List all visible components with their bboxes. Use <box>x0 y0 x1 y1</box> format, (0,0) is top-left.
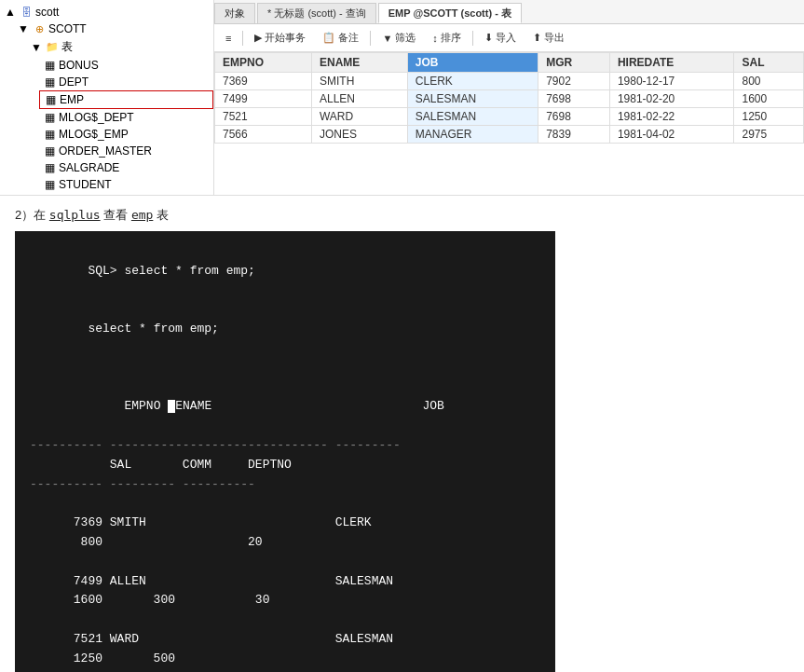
col-header-JOB[interactable]: JOB <box>407 53 538 73</box>
terminal-record2-line2: 1600 300 30 <box>30 591 540 610</box>
table-cell-EMPNO: 7369 <box>215 73 312 90</box>
table-cell-SAL: 800 <box>734 73 804 90</box>
sidebar-item-SCOTT[interactable]: ▼ ⊕ SCOTT <box>13 21 213 37</box>
begin-tx-button[interactable]: ▶ 开始事务 <box>249 29 311 47</box>
sidebar-item-ORDER_MASTER[interactable]: ▦ ORDER_MASTER <box>39 143 213 159</box>
table-row[interactable]: 7369SMITHCLERK79021980-12-17800 <box>215 73 804 90</box>
import-icon: ⬇ <box>484 32 493 44</box>
top-section: ▲ 🗄 scott ▼ ⊕ SCOTT ▼ 📁 表 ▦ BONUS <box>0 0 804 196</box>
table-icon: ▦ <box>43 161 56 174</box>
terminal-divider2: ---------- --------- ---------- <box>30 475 540 495</box>
filter-label: 筛选 <box>395 31 416 45</box>
table-cell-HIREDATE: 1981-02-20 <box>609 90 734 108</box>
export-button[interactable]: ⬆ 导出 <box>527 29 570 47</box>
sidebar-item-EMP[interactable]: ▦ EMP <box>39 90 213 109</box>
table-icon: ▦ <box>43 75 56 89</box>
sidebar-item-DEPT[interactable]: ▦ DEPT <box>39 74 213 90</box>
notes-button[interactable]: 📋 备注 <box>317 29 364 47</box>
sidebar-item-STUDENT[interactable]: ▦ STUDENT <box>39 176 213 193</box>
sidebar-item-tables-folder[interactable]: ▼ 📁 表 <box>26 37 213 57</box>
sidebar-item-label: DEPT <box>59 75 89 89</box>
table-cell-EMPNO: 7566 <box>215 126 312 144</box>
terminal-blank <box>30 359 540 378</box>
terminal: SQL> select * from emp; select * from em… <box>15 231 555 672</box>
table-cell-SAL: 1250 <box>734 108 804 126</box>
data-table-container[interactable]: EMPNO ENAME JOB MGR HIREDATE SAL 7369SMI… <box>214 52 804 195</box>
toolbar-separator <box>370 31 371 46</box>
col-header-ENAME[interactable]: ENAME <box>311 53 407 73</box>
terminal-record3-line1: 7521 WARD SALESMAN <box>30 630 540 650</box>
filter-button[interactable]: ▼ 筛选 <box>376 29 421 47</box>
terminal-header-row2: SAL COMM DEPTNO <box>30 456 540 475</box>
terminal-blank4 <box>30 610 540 630</box>
table-row[interactable]: 7499ALLENSALESMAN76981981-02-201600 <box>215 90 804 108</box>
tab-emp[interactable]: EMP @SCOTT (scott) - 表 <box>378 3 522 23</box>
bottom-section: 2）在 sqlplus 查看 emp 表 SQL> select * from … <box>0 196 804 672</box>
schema-icon: ⊕ <box>33 22 46 35</box>
tab-object[interactable]: 对象 <box>214 3 255 23</box>
export-icon: ⬆ <box>533 32 541 44</box>
col-header-HIREDATE[interactable]: HIREDATE <box>609 53 734 73</box>
main-content: 对象 * 无标题 (scott) - 查询 EMP @SCOTT (scott)… <box>214 0 804 195</box>
table-cell-JOB: SALESMAN <box>407 90 538 108</box>
table-cell-MGR: 7839 <box>538 126 610 144</box>
terminal-line-cmd2: select * from emp; <box>30 300 540 358</box>
notes-icon: 📋 <box>322 32 335 44</box>
table-cell-HIREDATE: 1981-04-02 <box>609 126 734 144</box>
begin-tx-icon: ▶ <box>254 32 262 44</box>
toolbar-separator <box>472 31 473 46</box>
table-icon: ▦ <box>43 144 56 158</box>
table-row[interactable]: 7566JONESMANAGER78391981-04-022975 <box>215 126 804 144</box>
sidebar-item-label: EMP <box>60 93 84 106</box>
sidebar-item-label: SCOTT <box>48 22 87 35</box>
filter-icon: ▼ <box>382 33 392 44</box>
tab-query[interactable]: * 无标题 (scott) - 查询 <box>257 3 376 23</box>
table-cell-EMPNO: 7521 <box>215 108 312 126</box>
hamburger-button[interactable]: ≡ <box>220 31 237 46</box>
col-header-SAL[interactable]: SAL <box>734 53 804 73</box>
sidebar-item-label: MLOG$_EMP <box>59 128 129 141</box>
terminal-record3-line2: 1250 500 <box>30 650 540 669</box>
sidebar-item-label: 表 <box>61 39 73 55</box>
section-label: 2）在 sqlplus 查看 emp 表 <box>15 207 789 224</box>
col-header-EMPNO[interactable]: EMPNO <box>215 53 312 73</box>
triangle-icon: ▼ <box>30 41 43 54</box>
col-header-MGR[interactable]: MGR <box>538 53 610 73</box>
sidebar-item-BONUS[interactable]: ▦ BONUS <box>39 57 213 74</box>
table-cell-SAL: 2975 <box>734 126 804 144</box>
table-icon: ▦ <box>44 93 57 106</box>
export-label: 导出 <box>544 31 565 45</box>
table-icon: ▦ <box>43 111 56 124</box>
sort-icon: ↕ <box>432 33 438 44</box>
terminal-divider1: ---------- -----------------------------… <box>30 436 540 456</box>
sidebar-item-label: BONUS <box>59 59 99 72</box>
table-icon: ▦ <box>43 178 56 191</box>
sidebar-item-MLOG$_EMP[interactable]: ▦ MLOG$_EMP <box>39 126 213 143</box>
notes-label: 备注 <box>338 31 359 45</box>
tab-label: EMP @SCOTT (scott) - 表 <box>388 7 511 21</box>
table-cell-MGR: 7902 <box>538 73 610 90</box>
table-cell-EMPNO: 7499 <box>215 90 312 108</box>
sidebar-item-SALGRADE[interactable]: ▦ SALGRADE <box>39 159 213 176</box>
header-empno: EMPNO <box>88 399 168 413</box>
table-header-row: EMPNO ENAME JOB MGR HIREDATE SAL <box>215 53 804 73</box>
sidebar-item-label: MLOG$_DEPT <box>59 111 134 124</box>
tab-label: 对象 <box>225 7 245 21</box>
sidebar-item-scott[interactable]: ▲ 🗄 scott <box>0 4 213 21</box>
tab-bar: 对象 * 无标题 (scott) - 查询 EMP @SCOTT (scott)… <box>214 0 804 24</box>
terminal-record2-line1: 7499 ALLEN SALESMAN <box>30 572 540 592</box>
table-row[interactable]: 7521WARDSALESMAN76981981-02-221250 <box>215 108 804 126</box>
table-cell-JOB: SALESMAN <box>407 108 538 126</box>
import-button[interactable]: ⬇ 导入 <box>479 29 522 47</box>
triangle-icon: ▼ <box>17 22 30 35</box>
sidebar-item-MLOG$_DEPT[interactable]: ▦ MLOG$_DEPT <box>39 109 213 126</box>
terminal-record1-line2: 800 20 <box>30 533 540 553</box>
terminal-header-row1: EMPNO ENAME JOB <box>30 378 540 436</box>
sql-command1: select * from emp; <box>124 264 254 278</box>
sort-button[interactable]: ↕ 排序 <box>427 29 467 47</box>
triangle-icon: ▲ <box>4 6 17 19</box>
sql-command2: select * from emp; <box>88 322 218 336</box>
sql-prompt: SQL> <box>88 264 124 278</box>
table-cell-ENAME: JONES <box>311 126 407 144</box>
table-cell-HIREDATE: 1981-02-22 <box>609 108 734 126</box>
